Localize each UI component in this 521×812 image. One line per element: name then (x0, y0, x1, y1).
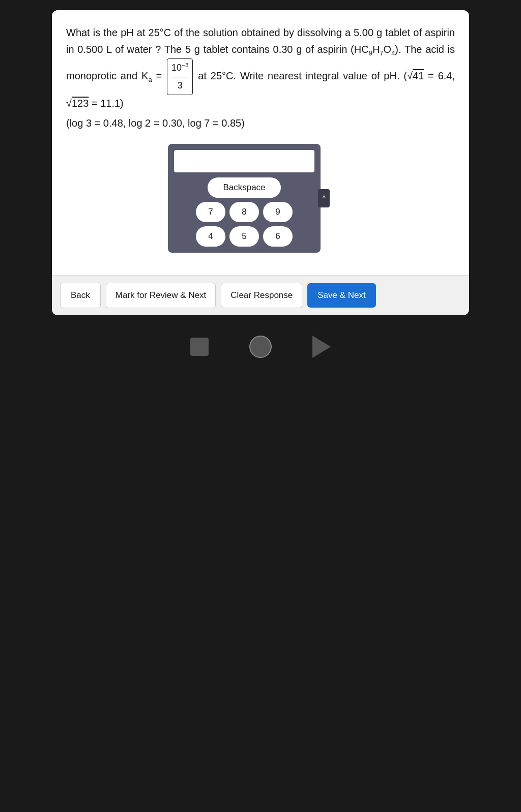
home-circle-icon[interactable] (249, 336, 272, 358)
save-next-button[interactable]: Save & Next (307, 283, 376, 308)
calc-display[interactable] (174, 150, 314, 172)
calc-backspace-row: Backspace (174, 177, 314, 198)
back-button[interactable]: Back (60, 283, 101, 308)
calculator: Backspace 7 8 9 4 5 6 (168, 144, 321, 253)
question-area: What is the pH at 25°C of the solution o… (52, 10, 469, 275)
fraction-numerator: 10−3 (171, 60, 188, 77)
caret-button[interactable]: ^ (318, 189, 330, 207)
calc-btn-4[interactable]: 4 (196, 226, 225, 247)
back-triangle-icon[interactable] (312, 336, 331, 358)
calc-btn-8[interactable]: 8 (229, 202, 259, 222)
log-values: (log 3 = 0.48, log 2 = 0.30, log 7 = 0.8… (66, 115, 455, 132)
ka-fraction: 10−3 3 (167, 58, 193, 95)
action-bar: Back Mark for Review & Next Clear Respon… (52, 275, 469, 315)
backspace-button[interactable]: Backspace (208, 177, 280, 198)
question-text: What is the pH at 25°C of the solution o… (66, 24, 455, 112)
fraction-denominator: 3 (178, 77, 183, 94)
sqrt-123: 123 (72, 98, 89, 109)
sqrt-41: 41 (413, 70, 424, 81)
clear-response-button[interactable]: Clear Response (221, 283, 302, 308)
tablet-frame: What is the pH at 25°C of the solution o… (52, 10, 469, 315)
bottom-nav (190, 336, 331, 358)
calc-row-456: 4 5 6 (174, 226, 314, 247)
calc-btn-5[interactable]: 5 (229, 226, 259, 247)
calc-btn-6[interactable]: 6 (263, 226, 293, 247)
home-square-icon[interactable] (190, 338, 209, 356)
mark-review-button[interactable]: Mark for Review & Next (106, 283, 216, 308)
calc-btn-9[interactable]: 9 (263, 202, 293, 222)
calc-btn-7[interactable]: 7 (196, 202, 225, 222)
calc-row-789: 7 8 9 (174, 202, 314, 222)
